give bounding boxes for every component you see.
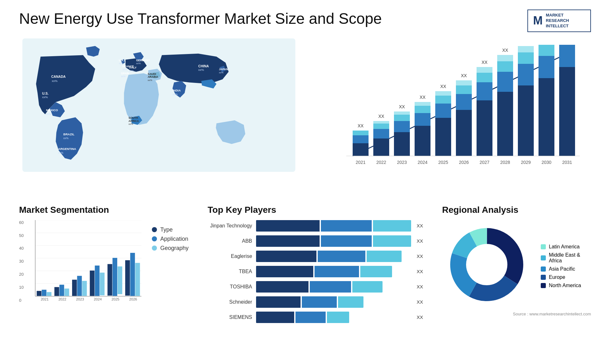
- reg-label-europe: Europe: [549, 274, 566, 280]
- reg-label-north-america: North America: [549, 283, 581, 288]
- svg-rect-73: [497, 55, 513, 61]
- map-label-us: U.S.: [42, 91, 49, 95]
- player-bar-siemens: [256, 312, 411, 323]
- reg-dot-north-america: [541, 283, 546, 288]
- svg-text:xx%: xx%: [148, 78, 152, 81]
- svg-rect-48: [415, 106, 430, 113]
- svg-rect-100: [42, 290, 47, 296]
- map-label-brazil: BRAZIL: [63, 132, 74, 136]
- regional-section: Regional Analysis: [442, 205, 591, 327]
- svg-text:JAPAN: JAPAN: [219, 68, 228, 71]
- player-name-toshiba: TOSHIBA: [208, 284, 252, 290]
- logo-letter: M: [533, 14, 543, 27]
- svg-rect-105: [64, 288, 69, 296]
- svg-rect-103: [55, 287, 59, 296]
- svg-text:2031: 2031: [562, 160, 572, 165]
- svg-text:XX: XX: [440, 84, 446, 89]
- svg-text:xx%: xx%: [121, 75, 126, 78]
- svg-text:INDIA: INDIA: [173, 89, 181, 92]
- svg-text:XX: XX: [378, 114, 384, 119]
- svg-text:xx%: xx%: [42, 95, 48, 99]
- players-section: Top Key Players Jinpan Technology XX ABB: [201, 205, 430, 327]
- legend-type: Type: [152, 226, 188, 233]
- map-label-canada: CANADA: [51, 75, 66, 78]
- svg-rect-76: [518, 85, 534, 156]
- regional-title: Regional Analysis: [442, 205, 591, 215]
- reg-dot-middle-east: [541, 255, 546, 260]
- player-bar-jinpan: [256, 220, 411, 232]
- svg-rect-115: [108, 264, 112, 295]
- donut-svg: [442, 220, 531, 309]
- svg-rect-88: [559, 45, 575, 67]
- svg-rect-113: [100, 273, 105, 295]
- svg-rect-49: [415, 102, 430, 106]
- svg-rect-43: [394, 111, 410, 115]
- svg-rect-37: [373, 121, 389, 124]
- svg-text:xx%: xx%: [46, 112, 51, 115]
- svg-rect-108: [77, 276, 82, 296]
- svg-text:2025: 2025: [438, 160, 448, 165]
- reg-legend-europe: Europe: [541, 274, 591, 280]
- page-title: New Energy Use Transformer Market Size a…: [19, 10, 382, 28]
- player-bar-toshiba: [256, 281, 411, 293]
- svg-text:CHINA: CHINA: [198, 64, 209, 68]
- svg-rect-61: [456, 80, 472, 85]
- svg-rect-66: [477, 73, 492, 82]
- svg-rect-77: [518, 64, 534, 85]
- regional-content: Latin America Middle East & Africa Asia …: [442, 220, 591, 309]
- svg-rect-121: [135, 263, 140, 296]
- legend-dot-type: [152, 227, 157, 232]
- svg-rect-82: [539, 78, 554, 156]
- player-xx-siemens: XX: [417, 314, 423, 320]
- player-name-jinpan: Jinpan Technology: [208, 223, 252, 229]
- player-bar-abb: [256, 235, 411, 247]
- regional-legend: Latin America Middle East & Africa Asia …: [541, 244, 591, 288]
- logo: M MARKET RESEARCH INTELLECT: [527, 10, 591, 32]
- svg-text:ARABIA: ARABIA: [148, 75, 158, 78]
- svg-text:XX: XX: [420, 95, 426, 100]
- player-xx-abb: XX: [417, 238, 423, 244]
- svg-text:xx%: xx%: [173, 92, 178, 96]
- svg-rect-53: [435, 104, 451, 118]
- player-xx-toshiba: XX: [417, 284, 423, 289]
- reg-dot-europe: [541, 275, 546, 280]
- svg-text:XX: XX: [482, 60, 488, 65]
- reg-legend-asia-pacific: Asia Pacific: [541, 266, 591, 272]
- page: New Energy Use Transformer Market Size a…: [0, 0, 610, 364]
- svg-rect-34: [373, 138, 389, 156]
- svg-rect-59: [456, 94, 472, 110]
- svg-text:XX: XX: [461, 73, 467, 78]
- player-row-abb: ABB XX: [208, 235, 423, 247]
- segmentation-title: Market Segmentation: [19, 205, 189, 215]
- players-list: Jinpan Technology XX ABB XX: [208, 220, 423, 323]
- svg-rect-107: [72, 280, 77, 296]
- svg-text:xx%: xx%: [58, 151, 64, 154]
- player-name-abb: ABB: [208, 238, 252, 244]
- legend-dot-application: [152, 236, 157, 241]
- player-name-siemens: SIEMENS: [208, 314, 252, 320]
- reg-legend-latin-america: Latin America: [541, 244, 591, 250]
- svg-rect-119: [125, 260, 130, 295]
- svg-rect-71: [497, 72, 513, 92]
- svg-text:XX: XX: [523, 45, 529, 46]
- svg-rect-41: [394, 121, 410, 132]
- bar-chart-container: XX 2021 XX 2022 XX 2023: [311, 38, 591, 195]
- player-row-eaglerise: Eaglerise XX: [208, 251, 423, 262]
- svg-rect-60: [456, 85, 472, 94]
- top-section: CANADA xx% U.S. xx% MEXICO xx% BRAZIL xx…: [19, 38, 591, 195]
- svg-text:2022: 2022: [376, 160, 386, 165]
- svg-rect-67: [477, 67, 492, 73]
- svg-rect-31: [353, 131, 369, 135]
- svg-rect-111: [90, 270, 95, 296]
- svg-text:XX: XX: [399, 104, 405, 109]
- donut-chart: [442, 220, 531, 309]
- legend-application: Application: [152, 236, 188, 242]
- bottom-section: Market Segmentation 60 50 40 30 20 10 0: [19, 205, 591, 327]
- header: New Energy Use Transformer Market Size a…: [19, 10, 591, 32]
- svg-text:SOUTH: SOUTH: [129, 116, 138, 119]
- player-row-toshiba: TOSHIBA XX: [208, 281, 423, 293]
- donut-center: [468, 246, 506, 284]
- reg-label-latin: Latin America: [549, 244, 580, 250]
- svg-rect-54: [435, 96, 451, 104]
- svg-text:xx%: xx%: [129, 70, 134, 72]
